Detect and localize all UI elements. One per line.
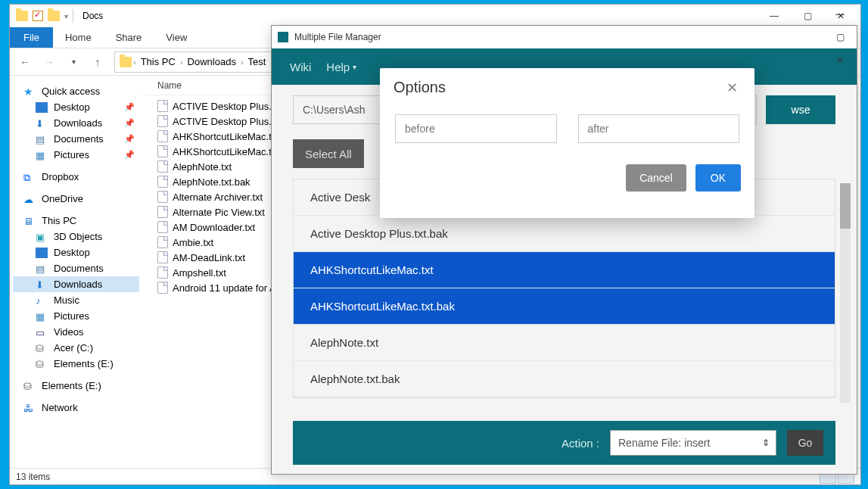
breadcrumb-part[interactable]: This PC [138,56,179,67]
save-icon[interactable] [33,11,43,21]
explorer-titlebar[interactable]: ▾ Docs — ▢ ✕ [10,5,860,27]
desktop-icon [36,102,48,113]
folder-icon [16,11,28,21]
tree-label: This PC [42,215,76,226]
file-icon [157,145,168,157]
folder-icon[interactable] [48,11,60,21]
tree-this-pc[interactable]: 🖥This PC [13,213,139,229]
file-icon [157,130,168,142]
minimize-button[interactable]: — [758,5,791,27]
file-name: AHKShortcutLikeMac.txt.b [173,146,288,157]
ribbon-share-tab[interactable]: Share [104,27,154,48]
tree-downloads[interactable]: ⬇Downloads📌 [13,115,139,131]
tree-downloads2[interactable]: ⬇Downloads [13,276,139,292]
dropbox-icon: ⧉ [23,172,36,182]
maximize-button[interactable]: ▢ [791,5,824,27]
tree-label: Network [42,402,78,413]
file-name: Ambie.txt [173,237,213,248]
tree-3d-objects[interactable]: ▣3D Objects [13,229,139,244]
navigation-tree: ★Quick access Desktop📌 ⬇Downloads📌 ▤Docu… [10,76,142,468]
forward-button[interactable]: → [39,51,60,73]
mfm-window: Multiple File Manager — ▢ ✕ Wiki Help▾ C… [271,25,857,475]
recent-dropdown[interactable]: ▾ [63,51,84,73]
window-title: Docs [82,11,103,21]
back-button[interactable]: ← [14,51,36,73]
ribbon-view-tab[interactable]: View [154,27,199,48]
file-icon [157,251,168,263]
options-dialog: Options ✕ Cancel OK [380,68,754,218]
close-icon[interactable]: ✕ [723,79,741,96]
tree-label: Downloads [54,279,102,290]
music-icon: ♪ [36,295,48,306]
tree-quick-access[interactable]: ★Quick access [13,83,139,99]
file-name: AlephNote.txt [173,161,232,173]
tree-label: Videos [54,326,84,338]
document-icon: ▤ [36,263,48,274]
file-icon [157,115,168,127]
breadcrumb-part[interactable]: Downloads [185,56,239,67]
cancel-button[interactable]: Cancel [626,164,686,192]
file-name: AlephNote.txt.bak [173,176,250,188]
download-icon: ⬇ [36,118,48,129]
pictures-icon: ▦ [36,311,48,322]
tree-label: Quick access [42,86,100,97]
tree-label: 3D Objects [54,231,102,242]
file-icon [157,266,168,279]
status-text: 13 items [16,472,50,482]
tree-pictures[interactable]: ▦Pictures📌 [13,147,139,163]
tree-dropbox[interactable]: ⧉Dropbox [13,169,139,185]
file-name: Alternate Archiver.txt [173,192,263,203]
file-icon [157,282,168,294]
ribbon-home-tab[interactable]: Home [53,27,104,48]
file-icon [157,160,168,173]
pictures-icon: ▦ [36,150,48,160]
up-button[interactable]: ↑ [87,51,108,73]
download-icon: ⬇ [36,279,48,290]
tree-label: Acer (C:) [54,342,93,354]
column-label: Name [157,80,182,91]
tree-drive-e2[interactable]: ⛁Elements (E:) [13,378,139,394]
tree-label: Elements (E:) [42,380,101,391]
tree-onedrive[interactable]: ☁OneDrive [13,191,139,207]
drive-icon: ⛁ [23,381,36,391]
tree-label: Desktop [54,101,90,113]
file-icon [157,176,168,188]
pc-icon: 🖥 [23,216,36,226]
tree-videos[interactable]: ▭Videos [13,324,139,340]
drive-icon: ⛁ [36,359,48,369]
tree-label: Pictures [54,310,89,322]
chevron-right-icon: › [133,58,136,67]
tree-label: Documents [54,133,104,145]
tree-desktop2[interactable]: Desktop [13,244,139,260]
separator [73,9,73,23]
file-name: AM-DeadLink.txt [173,252,245,263]
after-input[interactable] [578,114,740,143]
ribbon-file-tab[interactable]: File [10,27,53,48]
tree-drive-e[interactable]: ⛁Elements (E:) [13,356,139,372]
minimize-button[interactable]: — [823,3,857,26]
before-input[interactable] [395,114,557,143]
dialog-title: Options [394,79,723,96]
file-name: Ampshell.txt [173,267,226,279]
modal-overlay: Options ✕ Cancel OK [272,26,857,474]
drive-icon: ⛁ [36,343,48,354]
tree-label: Downloads [54,117,102,129]
file-name: AHKShortcutLikeMac.txt [173,131,279,142]
pin-icon: 📌 [124,102,135,112]
document-icon: ▤ [36,134,48,145]
tree-documents[interactable]: ▤Documents📌 [13,131,139,147]
breadcrumb-part[interactable]: Test [245,56,269,67]
tree-desktop[interactable]: Desktop📌 [13,99,139,115]
tree-pictures2[interactable]: ▦Pictures [13,308,139,324]
tree-label: Desktop [54,247,90,258]
tree-drive-c[interactable]: ⛁Acer (C:) [13,340,139,356]
tree-label: Music [54,294,79,306]
folder-icon [120,57,132,67]
tree-music[interactable]: ♪Music [13,292,139,308]
chevron-down-icon[interactable]: ▾ [64,12,68,20]
tree-network[interactable]: 🖧Network [13,400,139,416]
file-name: ACTIVE Desktop Plus.txt [173,101,282,112]
tree-documents2[interactable]: ▤Documents [13,260,139,276]
file-icon [157,221,168,233]
ok-button[interactable]: OK [695,164,741,192]
